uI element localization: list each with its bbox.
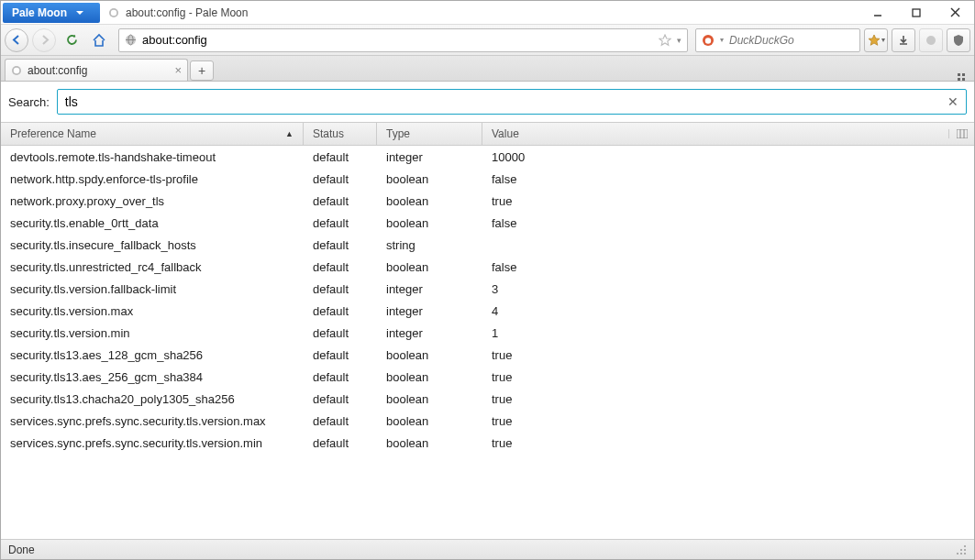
maximize-button[interactable] — [897, 1, 936, 25]
pref-name: security.tls13.aes_256_gcm_sha384 — [1, 370, 304, 384]
pref-value: true — [482, 370, 974, 384]
pref-name: network.proxy.proxy_over_tls — [1, 194, 304, 208]
preference-row[interactable]: security.tls.version.mindefaultinteger1 — [1, 322, 974, 344]
pref-name: services.sync.prefs.sync.security.tls.ve… — [1, 436, 304, 450]
pref-name: services.sync.prefs.sync.security.tls.ve… — [1, 414, 304, 428]
downloads-button[interactable] — [892, 28, 915, 52]
pref-value: true — [482, 392, 974, 406]
pref-value: 4 — [482, 304, 974, 318]
pref-status: default — [304, 326, 377, 340]
resize-grip-icon[interactable] — [956, 544, 967, 555]
pref-status: default — [304, 194, 377, 208]
pref-status: default — [304, 282, 377, 296]
pref-status: default — [304, 370, 377, 384]
status-bar: Done — [1, 539, 974, 559]
pref-type: boolean — [377, 194, 482, 208]
pref-type: boolean — [377, 392, 482, 406]
pref-type: boolean — [377, 172, 482, 186]
clear-search-icon[interactable]: ✕ — [947, 94, 958, 109]
all-tabs-button[interactable] — [952, 73, 970, 81]
window-titlebar: Pale Moon about:config - Pale Moon — [1, 1, 974, 25]
column-header-type[interactable]: Type — [377, 123, 482, 145]
column-header-row: Preference Name ▲ Status Type Value — [1, 122, 974, 146]
pref-name: security.tls.enable_0rtt_data — [1, 216, 304, 230]
preference-row[interactable]: devtools.remote.tls-handshake-timeoutdef… — [1, 146, 974, 168]
column-header-status[interactable]: Status — [304, 123, 377, 145]
search-dropdown-icon[interactable]: ▾ — [720, 36, 724, 44]
preference-row[interactable]: network.proxy.proxy_over_tlsdefaultboole… — [1, 190, 974, 212]
svg-point-27 — [960, 553, 962, 555]
preference-row[interactable]: security.tls13.aes_256_gcm_sha384default… — [1, 366, 974, 388]
column-header-name[interactable]: Preference Name ▲ — [1, 123, 304, 145]
back-button[interactable] — [5, 28, 28, 52]
preference-row[interactable]: services.sync.prefs.sync.security.tls.ve… — [1, 432, 974, 454]
preference-row[interactable]: services.sync.prefs.sync.security.tls.ve… — [1, 410, 974, 432]
preference-row[interactable]: security.tls.version.maxdefaultinteger4 — [1, 300, 974, 322]
close-button[interactable] — [936, 1, 974, 25]
preference-row[interactable]: security.tls.enable_0rtt_datadefaultbool… — [1, 212, 974, 234]
window-controls — [859, 1, 974, 25]
new-tab-button[interactable]: + — [190, 60, 214, 81]
pref-name: security.tls.unrestricted_rc4_fallback — [1, 260, 304, 274]
svg-rect-19 — [962, 78, 965, 81]
pref-status: default — [304, 260, 377, 274]
config-search-row: Search: ✕ — [1, 82, 974, 122]
pref-type: string — [377, 238, 482, 252]
preference-list[interactable]: devtools.remote.tls-handshake-timeoutdef… — [1, 146, 974, 539]
preference-row[interactable]: security.tls13.aes_128_gcm_sha256default… — [1, 344, 974, 366]
tab-about-config[interactable]: about:config × — [5, 59, 188, 81]
extension-button-2[interactable] — [947, 28, 970, 52]
sort-ascending-icon: ▲ — [285, 129, 294, 138]
pref-type: boolean — [377, 414, 482, 428]
preference-row[interactable]: security.tls.version.fallback-limitdefau… — [1, 278, 974, 300]
pref-type: integer — [377, 326, 482, 340]
pref-status: default — [304, 414, 377, 428]
pref-type: boolean — [377, 216, 482, 230]
pref-type: integer — [377, 282, 482, 296]
url-input[interactable] — [142, 33, 653, 47]
column-header-value[interactable]: Value — [482, 123, 948, 145]
svg-point-13 — [926, 36, 936, 45]
minimize-button[interactable] — [859, 1, 897, 25]
url-bar[interactable]: ▾ — [118, 28, 688, 52]
preference-row[interactable]: security.tls.unrestricted_rc4_fallbackde… — [1, 256, 974, 278]
caret-down-icon — [76, 11, 83, 15]
tab-strip: about:config × + — [1, 56, 974, 82]
window-title: about:config - Pale Moon — [126, 6, 248, 19]
pref-status: default — [304, 348, 377, 362]
pref-name: security.tls.version.fallback-limit — [1, 282, 304, 296]
pref-status: default — [304, 304, 377, 318]
reload-button[interactable] — [60, 28, 83, 52]
home-button[interactable] — [87, 28, 111, 52]
config-search-label: Search: — [8, 95, 50, 109]
config-search-box[interactable]: ✕ — [57, 89, 967, 115]
svg-point-23 — [964, 545, 966, 547]
pref-type: integer — [377, 150, 482, 164]
preference-row[interactable]: network.http.spdy.enforce-tls-profiledef… — [1, 168, 974, 190]
app-menu-button[interactable]: Pale Moon — [3, 3, 100, 23]
pref-status: default — [304, 150, 377, 164]
dropdown-icon[interactable]: ▾ — [677, 36, 681, 45]
pref-type: integer — [377, 304, 482, 318]
forward-button[interactable] — [32, 28, 56, 52]
tab-title: about:config — [28, 64, 87, 77]
bookmarks-menu-button[interactable]: ▾ — [864, 28, 888, 52]
pref-name: security.tls.insecure_fallback_hosts — [1, 238, 304, 252]
pref-status: default — [304, 392, 377, 406]
search-bar[interactable]: ▾ — [695, 28, 860, 52]
pref-value: true — [482, 414, 974, 428]
search-engine-icon[interactable] — [702, 34, 715, 47]
search-input[interactable] — [729, 34, 868, 47]
preference-row[interactable]: security.tls13.chacha20_poly1305_sha256d… — [1, 388, 974, 410]
extension-button-1[interactable] — [919, 28, 943, 52]
pref-name: security.tls13.chacha20_poly1305_sha256 — [1, 392, 304, 406]
svg-point-15 — [14, 67, 19, 72]
bookmark-star-icon[interactable] — [659, 34, 671, 47]
config-search-input[interactable] — [65, 94, 947, 109]
preference-row[interactable]: security.tls.insecure_fallback_hostsdefa… — [1, 234, 974, 256]
pref-status: default — [304, 216, 377, 230]
tab-close-icon[interactable]: × — [174, 63, 182, 77]
identity-icon — [125, 34, 137, 46]
pref-value: true — [482, 194, 974, 208]
column-picker-button[interactable] — [948, 129, 974, 138]
